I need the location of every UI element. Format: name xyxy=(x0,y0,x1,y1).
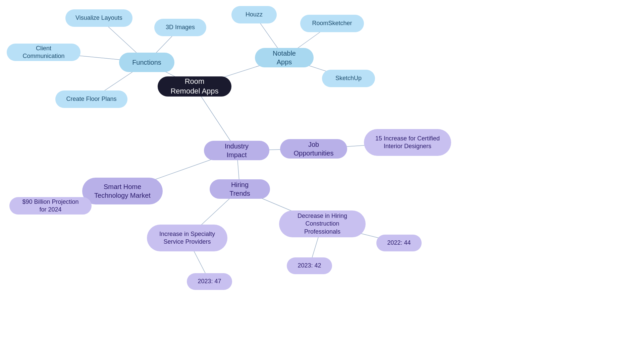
floorplans-node: Create Floor Plans xyxy=(55,90,127,108)
sketchup-label: SketchUp xyxy=(335,74,362,82)
decrease2023-node: 2023: 42 xyxy=(287,257,332,274)
industry-node: Industry Impact xyxy=(204,141,269,160)
decrease2022-node: 2022: 44 xyxy=(376,235,422,251)
smartmarket-label: Smart Home Technology Market xyxy=(93,182,152,200)
notable-node: Notable Apps xyxy=(255,48,314,67)
hiringtrends-node: Hiring Trends xyxy=(210,179,270,199)
hiringtrends-label: Hiring Trends xyxy=(220,180,259,198)
center-node: Room Remodel Apps xyxy=(158,76,231,97)
decrease-node: Decrease in Hiring Construction Professi… xyxy=(279,210,366,237)
specialty-label: Increase in Specialty Service Providers xyxy=(156,230,218,246)
functions-node: Functions xyxy=(119,53,174,72)
notable-label: Notable Apps xyxy=(266,49,303,66)
houzz-label: Houzz xyxy=(246,11,263,18)
client-node: Client Communication xyxy=(7,44,80,61)
sketchup-node: SketchUp xyxy=(322,70,375,87)
specialty2023-node: 2023: 47 xyxy=(187,273,232,290)
industry-label: Industry Impact xyxy=(215,142,259,159)
increase15-node: 15 Increase for Certified Interior Desig… xyxy=(364,129,451,156)
houzz-node: Houzz xyxy=(231,6,277,23)
decrease-label: Decrease in Hiring Construction Professi… xyxy=(288,212,356,236)
specialty-node: Increase in Specialty Service Providers xyxy=(147,225,227,251)
images3d-node: 3D Images xyxy=(154,19,206,36)
roomsketcher-node: RoomSketcher xyxy=(300,15,364,32)
client-label: Client Communication xyxy=(16,45,71,60)
images3d-label: 3D Images xyxy=(166,23,195,31)
specialty2023-label: 2023: 47 xyxy=(198,278,221,285)
billion90-label: $90 Billion Projection for 2024 xyxy=(19,198,82,214)
decrease2022-label: 2022: 44 xyxy=(387,239,411,247)
decrease2023-label: 2023: 42 xyxy=(298,262,321,269)
functions-label: Functions xyxy=(132,58,161,67)
increase15-label: 15 Increase for Certified Interior Desig… xyxy=(373,135,442,150)
visualize-label: Visualize Layouts xyxy=(75,14,122,22)
visualize-node: Visualize Layouts xyxy=(65,9,132,27)
smartmarket-node: Smart Home Technology Market xyxy=(82,178,163,204)
floorplans-label: Create Floor Plans xyxy=(66,95,116,103)
jobopps-node: Job Opportunities xyxy=(280,139,347,159)
jobopps-label: Job Opportunities xyxy=(291,140,336,158)
center-label: Room Remodel Apps xyxy=(170,77,219,96)
billion90-node: $90 Billion Projection for 2024 xyxy=(9,197,92,215)
roomsketcher-label: RoomSketcher xyxy=(312,19,352,27)
